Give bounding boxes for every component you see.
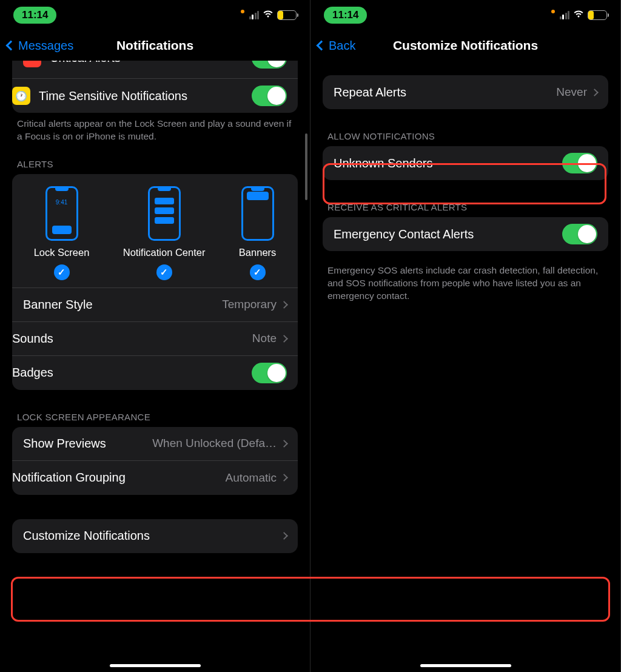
critical-group: Critical Alerts 🕐 Time Sensitive Notific… <box>12 61 298 113</box>
phone-right: 11:14 18 Back Customize Notifications Re… <box>310 0 621 672</box>
nav-bar: Back Customize Notifications <box>310 30 620 61</box>
page-title: Notifications <box>116 38 193 53</box>
home-indicator[interactable] <box>110 664 201 667</box>
customize-label: Customize Notifications <box>23 529 281 543</box>
unknown-senders-label: Unknown Senders <box>334 156 562 170</box>
repeat-alerts-value: Never <box>556 86 587 99</box>
status-time: 11:14 <box>13 7 56 24</box>
sounds-value: Note <box>252 332 277 345</box>
wifi-icon <box>263 10 274 21</box>
check-icon: ✓ <box>156 264 172 280</box>
alerts-group: Lock Screen ✓ Notification Center ✓ Bann… <box>12 174 298 390</box>
alert-center-label: Notification Center <box>123 247 206 258</box>
check-icon: ✓ <box>54 264 70 280</box>
time-sensitive-toggle[interactable] <box>252 86 287 106</box>
critical-header: RECEIVE AS CRITICAL ALERTS <box>323 189 608 217</box>
time-sensitive-row[interactable]: 🕐 Time Sensitive Notifications <box>12 79 298 113</box>
phone-left: 11:14 18 Messages Notifications Critical… <box>0 0 310 672</box>
back-label: Messages <box>18 39 73 53</box>
back-button[interactable]: Messages <box>7 39 73 53</box>
alert-center-option[interactable]: Notification Center ✓ <box>123 186 206 280</box>
back-label: Back <box>329 39 355 53</box>
critical-group: Emergency Contact Alerts <box>323 217 608 251</box>
alert-banner-label: Banners <box>239 247 276 258</box>
sounds-label: Sounds <box>12 332 252 346</box>
chevron-right-icon <box>280 301 288 309</box>
page-title: Customize Notifications <box>393 38 538 53</box>
bell-icon <box>23 61 41 67</box>
emergency-row[interactable]: Emergency Contact Alerts <box>323 217 608 251</box>
repeat-alerts-label: Repeat Alerts <box>334 86 556 99</box>
content-left: Critical Alerts 🕐 Time Sensitive Notific… <box>0 61 310 672</box>
chevron-left-icon <box>317 41 327 51</box>
wifi-icon <box>573 10 584 21</box>
unknown-senders-toggle[interactable] <box>562 153 597 173</box>
show-previews-value: When Unlocked (Defa… <box>152 437 277 450</box>
emergency-footer: Emergency SOS alerts include car crash d… <box>323 260 608 315</box>
unknown-senders-row[interactable]: Unknown Senders <box>323 146 608 180</box>
alert-lockscreen-label: Lock Screen <box>34 247 90 258</box>
status-icons: 18 <box>241 10 297 21</box>
lockscreen-header: LOCK SCREEN APPEARANCE <box>12 398 298 427</box>
emergency-toggle[interactable] <box>562 224 597 244</box>
alert-style-selector: Lock Screen ✓ Notification Center ✓ Bann… <box>12 174 298 288</box>
time-sensitive-label: Time Sensitive Notifications <box>39 89 252 103</box>
battery-icon: 18 <box>588 10 607 20</box>
status-time: 11:14 <box>324 7 367 24</box>
signal-icon <box>249 11 260 19</box>
signal-icon <box>560 11 570 19</box>
lockscreen-icon <box>45 186 78 241</box>
banner-style-row[interactable]: Banner Style Temporary <box>12 288 298 322</box>
status-bar: 11:14 18 <box>0 0 310 30</box>
critical-footer: Critical alerts appear on the Lock Scree… <box>12 113 298 155</box>
repeat-alerts-row[interactable]: Repeat Alerts Never <box>323 75 608 109</box>
badges-toggle[interactable] <box>252 363 287 383</box>
status-bar: 11:14 18 <box>310 0 620 30</box>
repeat-group: Repeat Alerts Never <box>323 75 608 109</box>
allow-header: ALLOW NOTIFICATIONS <box>323 118 608 146</box>
allow-group: Unknown Senders <box>323 146 608 180</box>
nav-bar: Messages Notifications <box>0 30 310 61</box>
critical-alerts-row[interactable]: Critical Alerts <box>12 61 298 79</box>
banner-icon <box>241 186 274 241</box>
status-icons: 18 <box>551 10 608 21</box>
banner-style-label: Banner Style <box>23 298 222 312</box>
customize-group: Customize Notifications <box>12 519 298 553</box>
grouping-value: Automatic <box>226 471 277 485</box>
show-previews-label: Show Previews <box>23 437 152 451</box>
notification-center-icon <box>148 186 181 241</box>
recording-dot-icon <box>241 10 244 13</box>
alert-banner-option[interactable]: Banners ✓ <box>239 186 276 280</box>
chevron-right-icon <box>280 532 288 540</box>
home-indicator[interactable] <box>420 664 511 667</box>
critical-alerts-toggle[interactable] <box>252 61 287 69</box>
badges-label: Badges <box>12 366 252 380</box>
chevron-right-icon <box>280 474 288 482</box>
alert-lockscreen-option[interactable]: Lock Screen ✓ <box>34 186 90 280</box>
badges-row[interactable]: Badges <box>12 356 298 390</box>
chevron-right-icon <box>280 440 288 448</box>
battery-icon: 18 <box>277 10 297 20</box>
recording-dot-icon <box>551 10 555 13</box>
customize-notifications-row[interactable]: Customize Notifications <box>12 519 298 553</box>
lockscreen-group: Show Previews When Unlocked (Defa… Notif… <box>12 427 298 495</box>
chevron-right-icon <box>280 335 288 343</box>
content-right: Repeat Alerts Never ALLOW NOTIFICATIONS … <box>310 61 620 672</box>
sounds-row[interactable]: Sounds Note <box>12 322 298 356</box>
chevron-right-icon <box>591 89 599 96</box>
chevron-left-icon <box>6 41 16 51</box>
scroll-indicator[interactable] <box>305 133 307 200</box>
back-button[interactable]: Back <box>318 39 355 53</box>
grouping-label: Notification Grouping <box>12 471 226 485</box>
alerts-header: ALERTS <box>12 155 298 174</box>
grouping-row[interactable]: Notification Grouping Automatic <box>12 461 298 495</box>
emergency-label: Emergency Contact Alerts <box>334 227 562 241</box>
show-previews-row[interactable]: Show Previews When Unlocked (Defa… <box>12 427 298 461</box>
critical-alerts-label: Critical Alerts <box>50 61 252 65</box>
clock-icon: 🕐 <box>12 87 30 105</box>
check-icon: ✓ <box>250 264 266 280</box>
banner-style-value: Temporary <box>222 298 277 311</box>
